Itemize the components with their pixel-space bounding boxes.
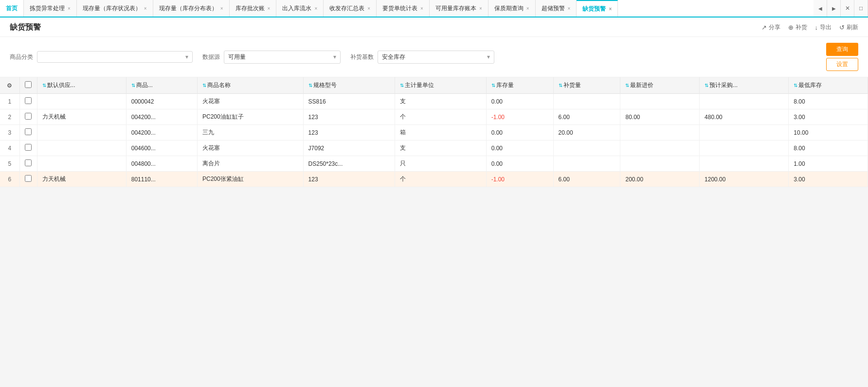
tab-close-all[interactable]: ✕	[841, 0, 854, 17]
replenish-icon: ⊕	[788, 24, 794, 31]
tab-close-1[interactable]: ×	[68, 6, 71, 11]
table-row[interactable]: 4004600...火花塞J7092支0.008.00	[0, 141, 868, 156]
refresh-label: 刷新	[847, 23, 858, 32]
settings-button[interactable]: 设置	[826, 58, 858, 71]
tab-close-8[interactable]: ×	[479, 6, 482, 11]
tab-item-0[interactable]: 首页	[0, 0, 24, 17]
cell-checkbox[interactable]	[19, 156, 37, 172]
sort-icon-spec: ⇅	[308, 83, 312, 88]
col-checkbox[interactable]	[19, 77, 37, 94]
tab-close-6[interactable]: ×	[367, 6, 370, 11]
cell-spec_model: 123	[303, 172, 395, 187]
tab-label-1: 拣货异常处理	[30, 4, 65, 13]
cell-latest_price	[620, 156, 700, 172]
tab-bar: 首页拣货异常处理×现存量（库存状况表）×现存量（库存分布表）×库存批次账×出入库…	[0, 0, 868, 18]
select-all-checkbox[interactable]	[25, 81, 32, 88]
col-product-name[interactable]: ⇅商品名称	[197, 77, 303, 94]
row-checkbox-1[interactable]	[25, 97, 32, 104]
filter-group-category: 商品分类 ▾	[10, 51, 193, 63]
col-stock[interactable]: ⇅库存量	[486, 77, 553, 94]
cell-checkbox[interactable]	[19, 125, 37, 141]
row-checkbox-3[interactable]	[25, 128, 32, 135]
datasource-select[interactable]: 可用量 ▾	[224, 51, 341, 64]
data-table: ⚙ ⇅默认供应... ⇅商品... ⇅商品名称 ⇅规格型号 ⇅主计量单位 ⇅库存…	[0, 77, 868, 187]
tab-item-4[interactable]: 库存批次账×	[230, 0, 277, 17]
replenish-action[interactable]: ⊕ 补货	[788, 23, 807, 32]
cell-product_name: 离合片	[197, 156, 303, 172]
table-row[interactable]: 10000042火花塞SS816支0.008.00	[0, 94, 868, 109]
cell-product_code: 0000042	[126, 94, 197, 109]
tab-item-11[interactable]: 缺货预警×	[577, 0, 618, 17]
table-row[interactable]: 5004800...离合片DS250*23c...只0.001.00	[0, 156, 868, 172]
tab-item-6[interactable]: 收发存汇总表×	[324, 0, 377, 17]
table-row[interactable]: 3004200...三九123箱0.0020.0010.00	[0, 125, 868, 141]
tab-close-7[interactable]: ×	[420, 6, 423, 11]
sort-icon-supplier: ⇅	[42, 83, 46, 88]
col-latest-price[interactable]: ⇅最新进价	[620, 77, 700, 94]
cell-min_stock: 8.00	[789, 141, 868, 156]
table-row[interactable]: 2力天机械004200...PC200油缸缸子123个-1.006.0080.0…	[0, 109, 868, 125]
tab-nav-right[interactable]: ▶	[827, 0, 841, 17]
tab-close-10[interactable]: ×	[568, 6, 571, 11]
cell-checkbox[interactable]	[19, 141, 37, 156]
cell-product_name: PC200油缸缸子	[197, 109, 303, 125]
col-estimated-purchase[interactable]: ⇅预计采购...	[700, 77, 789, 94]
sort-icon-name: ⇅	[202, 83, 206, 88]
filter-area: 商品分类 ▾ 数据源 可用量 ▾ 补货基数 安全库存 ▾ 查询 设置	[0, 37, 868, 77]
tab-item-9[interactable]: 保质期查询×	[488, 0, 536, 17]
col-gear[interactable]: ⚙	[0, 77, 19, 94]
tab-maximize[interactable]: □	[854, 0, 868, 17]
tab-item-10[interactable]: 超储预警×	[536, 0, 577, 17]
tab-close-4[interactable]: ×	[268, 6, 271, 11]
tab-item-1[interactable]: 拣货异常处理×	[24, 0, 77, 17]
col-product-code[interactable]: ⇅商品...	[126, 77, 197, 94]
category-select[interactable]: ▾	[37, 51, 193, 63]
cell-checkbox[interactable]	[19, 109, 37, 125]
tab-item-3[interactable]: 现存量（库存分布表）×	[153, 0, 230, 17]
share-icon: ↗	[761, 24, 767, 31]
tab-close-9[interactable]: ×	[526, 6, 529, 11]
refresh-action[interactable]: ↺ 刷新	[839, 23, 858, 32]
col-unit[interactable]: ⇅主计量单位	[395, 77, 486, 94]
cell-unit: 只	[395, 156, 486, 172]
table-header-row: ⚙ ⇅默认供应... ⇅商品... ⇅商品名称 ⇅规格型号 ⇅主计量单位 ⇅库存…	[0, 77, 868, 94]
export-action[interactable]: ↓ 导出	[815, 23, 832, 32]
tab-item-7[interactable]: 要货单统计表×	[377, 0, 430, 17]
replenish-base-select-arrow: ▾	[487, 53, 490, 60]
tab-label-2: 现存量（库存状况表）	[83, 4, 141, 13]
cell-min_stock: 8.00	[789, 94, 868, 109]
main-content: 缺货预警 ↗ 分享 ⊕ 补货 ↓ 导出 ↺ 刷新 商品分类	[0, 18, 868, 187]
cell-spec_model: 123	[303, 125, 395, 141]
share-action[interactable]: ↗ 分享	[761, 23, 780, 32]
replenish-base-select[interactable]: 安全库存 ▾	[378, 51, 494, 64]
query-button[interactable]: 查询	[826, 43, 858, 56]
tab-close-5[interactable]: ×	[314, 6, 317, 11]
tab-close-2[interactable]: ×	[144, 6, 147, 11]
page-header: 缺货预警 ↗ 分享 ⊕ 补货 ↓ 导出 ↺ 刷新	[0, 18, 868, 37]
tab-item-5[interactable]: 出入库流水×	[276, 0, 324, 17]
tab-item-8[interactable]: 可用量库存账本×	[430, 0, 488, 17]
col-spec-model[interactable]: ⇅规格型号	[303, 77, 395, 94]
tab-close-11[interactable]: ×	[609, 6, 612, 12]
tab-item-2[interactable]: 现存量（库存状况表）×	[77, 0, 153, 17]
replenish-label: 补货	[796, 23, 807, 32]
cell-latest_price	[620, 141, 700, 156]
cell-default_supplier: 力天机械	[37, 109, 126, 125]
cell-product_code: 004600...	[126, 141, 197, 156]
row-checkbox-6[interactable]	[25, 175, 32, 182]
cell-checkbox[interactable]	[19, 172, 37, 187]
table-row[interactable]: 6力天机械801110...PC200张紧油缸123个-1.006.00200.…	[0, 172, 868, 187]
cell-product_code: 004200...	[126, 109, 197, 125]
col-min-stock[interactable]: ⇅最低库存	[789, 77, 868, 94]
filter-actions: 查询 设置	[826, 43, 858, 71]
cell-checkbox[interactable]	[19, 94, 37, 109]
row-checkbox-2[interactable]	[25, 113, 32, 120]
tab-nav-left[interactable]: ◀	[814, 0, 827, 17]
col-replenish-qty[interactable]: ⇅补货量	[553, 77, 620, 94]
tab-label-9: 保质期查询	[494, 4, 524, 13]
sort-icon-price: ⇅	[625, 83, 629, 88]
row-checkbox-5[interactable]	[25, 159, 32, 166]
row-checkbox-4[interactable]	[25, 144, 32, 151]
tab-close-3[interactable]: ×	[220, 6, 223, 11]
col-default-supplier[interactable]: ⇅默认供应...	[37, 77, 126, 94]
